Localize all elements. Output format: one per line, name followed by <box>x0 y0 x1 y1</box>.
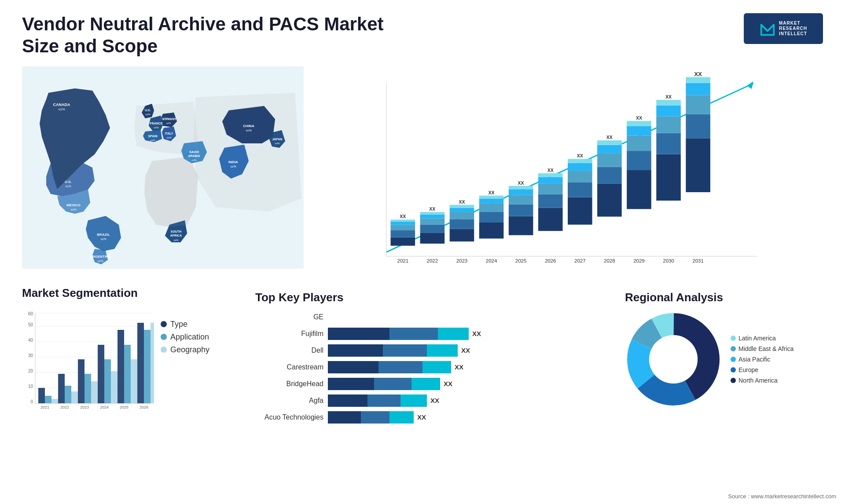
svg-rect-174 <box>91 381 98 403</box>
regional-title: Regional Analysis <box>625 291 819 304</box>
svg-text:U.K.: U.K. <box>145 109 151 112</box>
svg-text:XX: XX <box>400 214 406 219</box>
svg-rect-114 <box>597 140 622 145</box>
svg-rect-65 <box>391 219 415 222</box>
svg-rect-112 <box>597 153 622 167</box>
svg-text:U.S.: U.S. <box>65 180 72 184</box>
svg-rect-131 <box>686 138 710 192</box>
player-row-bridgehead: BridgeHead XX <box>255 378 607 390</box>
svg-text:xx%: xx% <box>230 165 236 168</box>
svg-text:10: 10 <box>28 384 33 389</box>
svg-rect-99 <box>538 177 563 183</box>
svg-text:2028: 2028 <box>604 258 615 263</box>
svg-text:XX: XX <box>459 199 465 205</box>
legend-middle-east: Middle East & Africa <box>731 345 794 352</box>
svg-text:XX: XX <box>518 180 524 186</box>
svg-rect-172 <box>51 399 58 403</box>
map-svg: CANADA xx% U.S. xx% MEXICO xx% BRAZIL xx… <box>22 66 304 269</box>
svg-text:2023: 2023 <box>456 258 468 263</box>
player-row-ge: GE <box>255 311 607 323</box>
svg-text:xx%: xx% <box>150 139 155 142</box>
svg-text:2024: 2024 <box>100 405 109 409</box>
svg-text:XX: XX <box>694 71 702 77</box>
svg-rect-170 <box>124 345 131 403</box>
svg-text:40: 40 <box>28 338 33 343</box>
svg-rect-135 <box>686 77 710 83</box>
svg-rect-62 <box>391 230 415 237</box>
svg-rect-121 <box>627 121 651 126</box>
svg-text:xx%: xx% <box>166 122 171 124</box>
svg-text:JAPAN: JAPAN <box>272 138 282 141</box>
svg-rect-83 <box>479 212 504 223</box>
svg-text:2022: 2022 <box>427 258 438 263</box>
bar-chart-section: XX 2021 XX 2022 XX 2023 <box>312 66 823 278</box>
svg-text:30: 30 <box>28 353 33 358</box>
player-xx-acuo: XX <box>417 413 426 421</box>
regional-legend: Latin America Middle East & Africa Asia … <box>731 335 794 384</box>
source-text: Source : www.marketresearchintellect.com <box>728 493 836 500</box>
svg-rect-63 <box>391 225 415 230</box>
legend-dot-type <box>161 321 167 327</box>
player-name-ge: GE <box>255 313 323 321</box>
svg-text:xx%: xx% <box>97 259 103 263</box>
player-name-agfa: Agfa <box>255 397 323 405</box>
svg-text:xx%: xx% <box>173 239 179 241</box>
label-asia-pacific: Asia Pacific <box>738 356 770 363</box>
legend-type: Type <box>161 320 209 329</box>
svg-text:xx%: xx% <box>246 129 251 132</box>
svg-rect-97 <box>538 194 563 208</box>
svg-rect-177 <box>151 323 154 403</box>
svg-text:FRANCE: FRANCE <box>150 122 162 125</box>
legend-dot-application <box>161 334 167 340</box>
svg-text:SOUTH: SOUTH <box>171 230 182 233</box>
svg-rect-92 <box>509 189 533 195</box>
legend-latin-america: Latin America <box>731 335 794 342</box>
svg-text:xx%: xx% <box>191 159 197 161</box>
svg-text:XX: XX <box>547 168 554 173</box>
svg-text:XX: XX <box>606 135 613 140</box>
world-map: CANADA xx% U.S. xx% MEXICO xx% BRAZIL xx… <box>22 66 304 278</box>
dot-middle-east <box>731 346 736 351</box>
svg-text:CANADA: CANADA <box>53 102 70 107</box>
svg-text:2023: 2023 <box>80 405 89 409</box>
player-name-acuo: Acuo Technologies <box>255 413 323 421</box>
player-xx-carestream: XX <box>455 363 463 371</box>
label-europe: Europe <box>738 366 758 373</box>
player-name-carestream: Carestream <box>255 363 323 371</box>
player-row-acuo: Acuo Technologies XX <box>255 411 607 424</box>
svg-rect-173 <box>71 391 78 403</box>
svg-marker-58 <box>747 81 753 89</box>
svg-rect-75 <box>450 229 474 241</box>
player-xx-bridgehead: XX <box>444 380 452 387</box>
player-name-fujifilm: Fujifilm <box>255 330 323 338</box>
player-row-carestream: Carestream XX <box>255 361 607 373</box>
bar-chart-svg: XX 2021 XX 2022 XX 2023 <box>321 71 814 273</box>
svg-point-183 <box>649 335 698 383</box>
svg-text:2029: 2029 <box>633 258 645 263</box>
player-bar-carestream: XX <box>328 361 607 373</box>
svg-rect-166 <box>45 396 51 403</box>
svg-text:2022: 2022 <box>60 405 69 409</box>
svg-rect-77 <box>450 212 474 219</box>
svg-text:60: 60 <box>28 311 33 316</box>
regional-section: Regional Analysis <box>621 286 823 418</box>
svg-rect-100 <box>538 173 563 177</box>
svg-rect-176 <box>131 359 137 403</box>
legend-north-america: North America <box>731 377 794 384</box>
players-title: Top Key Players <box>255 291 607 304</box>
svg-rect-104 <box>568 183 592 197</box>
player-xx-dell: XX <box>461 347 470 354</box>
svg-rect-168 <box>84 374 91 403</box>
svg-text:2021: 2021 <box>397 258 408 263</box>
svg-rect-161 <box>58 374 65 403</box>
svg-text:2025: 2025 <box>120 405 129 409</box>
svg-rect-64 <box>391 222 415 225</box>
svg-text:SAUDI: SAUDI <box>189 150 199 153</box>
svg-text:MEXICO: MEXICO <box>66 203 81 207</box>
label-middle-east: Middle East & Africa <box>738 345 794 352</box>
svg-text:xx%: xx% <box>70 208 76 211</box>
player-bar-fujifilm: XX <box>328 328 607 340</box>
logo-line3: INTELLECT <box>779 31 807 37</box>
segmentation-legend: Type Application Geography <box>161 311 209 412</box>
svg-rect-82 <box>479 223 504 238</box>
